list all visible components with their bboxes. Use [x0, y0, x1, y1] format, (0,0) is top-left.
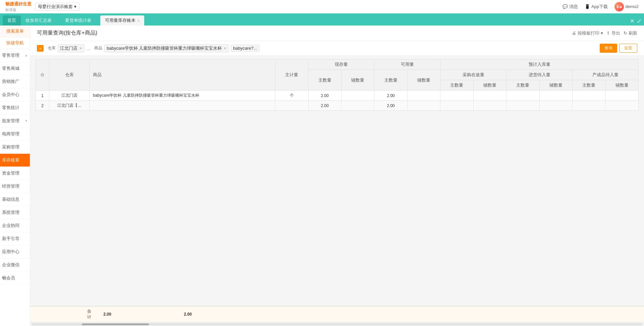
- warehouse-more-dots[interactable]: ...: [87, 46, 91, 51]
- row2-purchase-main-qty: [440, 101, 473, 111]
- filter-actions: 查询 设置: [600, 44, 637, 53]
- footer-values: 2.00 2.00: [87, 312, 641, 317]
- sidebar-item-purchase-mgmt[interactable]: 采购管理: [0, 141, 30, 154]
- sidebar-item-enterprise-collab[interactable]: 企业协同: [0, 219, 30, 232]
- user-profile[interactable]: Ea demo2: [614, 2, 639, 11]
- tab-bar: 首页 收发存汇总表 × 要货单统计表 × 可用量库存账本 × ✕ ⤢: [0, 13, 644, 26]
- operation-mgmt-label: 经营管理: [2, 183, 19, 189]
- main-layout: 搜索菜单 快捷导航 零售管理 零售商城 营销推广 会员中心 零售统计 批发管理 …: [0, 26, 644, 326]
- tab-collect-label: 收发存汇总表: [25, 17, 52, 24]
- product-tag-1[interactable]: babycare?...: [231, 45, 260, 52]
- row1-current-aux-qty: [341, 91, 374, 101]
- message-btn[interactable]: 💬 消息: [562, 4, 578, 10]
- account-selector[interactable]: 母婴行业演示账套 ▾: [35, 3, 79, 11]
- retail-mgmt-label: 零售管理: [2, 52, 19, 58]
- row2-available-main-qty: 2.00: [374, 101, 407, 111]
- sidebar-item-retail-mall[interactable]: 零售商城: [0, 62, 30, 75]
- tab-goods-stats-close[interactable]: ×: [93, 18, 95, 22]
- table-row: 1 江北门店 babycare学饮杯 儿童防摔防撞吸管杯重力球吸嘴杯宝宝水杯 个…: [36, 91, 639, 101]
- username-label: demo2: [625, 4, 639, 9]
- sidebar-item-member-center[interactable]: 会员中心: [0, 88, 30, 101]
- row1-incoming-aux-qty: [539, 91, 572, 101]
- sidebar-item-operation-mgmt[interactable]: 经营管理: [0, 180, 30, 193]
- export-label: 导出: [611, 30, 620, 36]
- inventory-check-label: 库存核算: [2, 157, 19, 163]
- row1-production-aux-qty: [605, 91, 639, 101]
- col-available-aux-qty: 辅数量: [407, 70, 440, 91]
- sidebar-item-system-mgmt[interactable]: 系统管理: [0, 206, 30, 219]
- sidebar-item-app-center[interactable]: 应用中心: [0, 245, 30, 259]
- product-tag-text-0: babycare学饮杯 儿童防摔防撞吸管杯重力球吸嘴杯宝宝水杯: [107, 45, 222, 51]
- sidebar-item-marketing[interactable]: 营销推广: [0, 75, 30, 88]
- warehouse-tag-close[interactable]: ×: [79, 46, 82, 51]
- sidebar-item-finance-mgmt[interactable]: 资金管理: [0, 167, 30, 180]
- tab-available-stock-label: 可用量库存账本: [105, 17, 136, 24]
- sidebar-item-inventory-check[interactable]: 库存核算: [0, 154, 30, 167]
- wholesale-mgmt-label: 批发管理: [2, 118, 19, 124]
- top-bar-right: 💬 消息 📱 App下载 Ea demo2: [562, 2, 639, 11]
- refresh-btn[interactable]: ↻ 刷新: [624, 30, 637, 36]
- col-purchase-in-group: 采购在途量: [440, 70, 506, 80]
- footer-current-main-qty: 2.00: [87, 312, 127, 317]
- sidebar-item-new-guide[interactable]: 新手引导: [0, 232, 30, 245]
- export-btn[interactable]: ⇧ 导出: [606, 30, 620, 36]
- col-current-stock-group: 现存量: [308, 59, 374, 70]
- sidebar: 搜索菜单 快捷导航 零售管理 零售商城 营销推广 会员中心 零售统计 批发管理 …: [0, 26, 30, 326]
- product-tag-0-close[interactable]: ×: [224, 46, 226, 51]
- refresh-icon: ↻: [624, 31, 627, 36]
- tab-goods-stats[interactable]: 要货单统计表 ×: [60, 15, 100, 26]
- sidebar-item-retail-mgmt[interactable]: 零售管理: [0, 49, 30, 62]
- page-actions: 🖨 按模板打印 ▾ ⇧ 导出 ↻ 刷新: [572, 30, 637, 36]
- col-current-aux-qty: 辅数量: [341, 70, 374, 91]
- retail-mall-label: 零售商城: [2, 65, 19, 72]
- sidebar-quick-nav[interactable]: 快捷导航: [0, 37, 30, 49]
- sidebar-item-vip-member[interactable]: 畅会员: [0, 272, 30, 285]
- sidebar-search[interactable]: 搜索菜单: [0, 26, 30, 37]
- row1-warehouse: 江北门店: [49, 91, 90, 101]
- tab-collect-close[interactable]: ×: [54, 18, 56, 22]
- table-row: 2 江北门店【... 2.00 2.00: [36, 101, 639, 111]
- maximize-icon[interactable]: ⤢: [637, 18, 641, 24]
- sidebar-item-retail-stats[interactable]: 零售统计: [0, 101, 30, 114]
- tab-bar-controls: ✕ ⤢: [630, 18, 641, 26]
- table-area: ⚙ 仓库 商品 主计量 现存量: [30, 56, 644, 306]
- ecommerce-mgmt-label: 电商管理: [2, 131, 19, 137]
- app-download-btn[interactable]: 📱 App下载: [585, 4, 608, 10]
- sidebar-item-enterprise-wechat[interactable]: 企业微信: [0, 259, 30, 272]
- settings-button[interactable]: 设置: [619, 44, 637, 53]
- col-gear[interactable]: ⚙: [36, 59, 49, 91]
- tab-available-stock[interactable]: 可用量库存账本 ×: [100, 15, 144, 26]
- row1-available-main-qty: 2.00: [374, 91, 407, 101]
- tab-home[interactable]: 首页: [3, 15, 21, 26]
- marketing-label: 营销推广: [2, 79, 19, 85]
- row2-purchase-aux-qty: [473, 101, 506, 111]
- finance-mgmt-label: 资金管理: [2, 170, 19, 176]
- enterprise-collab-label: 企业协同: [2, 223, 19, 229]
- scrollbar-thumb[interactable]: [82, 323, 149, 325]
- query-button[interactable]: 查询: [600, 44, 617, 53]
- col-current-main-qty: 主数量: [308, 70, 341, 91]
- message-icon: 💬: [562, 4, 568, 9]
- phone-icon: 📱: [585, 4, 590, 9]
- col-available-main-qty: 主数量: [374, 70, 407, 91]
- filter-expand-btn[interactable]: »: [37, 45, 44, 52]
- tab-available-stock-close[interactable]: ×: [138, 18, 140, 22]
- scrollbar-track[interactable]: [32, 323, 643, 325]
- warehouse-tag-0[interactable]: 江北门店 ×: [58, 44, 85, 52]
- tab-collect[interactable]: 收发存汇总表 ×: [21, 15, 60, 26]
- horizontal-scrollbar[interactable]: [30, 322, 644, 326]
- sidebar-item-basic-info[interactable]: 基础信息: [0, 193, 30, 206]
- warehouse-tag-text: 江北门店: [60, 45, 77, 51]
- content-area: 可用量查询(按仓库+商品) 🖨 按模板打印 ▾ ⇧ 导出 ↻ 刷新 »: [30, 26, 644, 326]
- footer-available-main-qty: 2.00: [168, 312, 208, 317]
- col-available-group: 可用量: [374, 59, 440, 70]
- row1-current-main-qty: 2.00: [308, 91, 341, 101]
- template-print-btn[interactable]: 🖨 按模板打印 ▾: [572, 30, 603, 36]
- col-production-main-qty: 主数量: [573, 80, 605, 91]
- sidebar-item-ecommerce-mgmt[interactable]: 电商管理: [0, 128, 30, 141]
- sidebar-item-wholesale-mgmt[interactable]: 批发管理: [0, 114, 30, 128]
- product-tag-0[interactable]: babycare学饮杯 儿童防摔防撞吸管杯重力球吸嘴杯宝宝水杯 ×: [104, 44, 229, 52]
- col-production-group: 产成品待入量: [573, 70, 639, 80]
- col-planned-in-group: 预计入库量: [440, 59, 639, 70]
- close-window-icon[interactable]: ✕: [630, 18, 634, 24]
